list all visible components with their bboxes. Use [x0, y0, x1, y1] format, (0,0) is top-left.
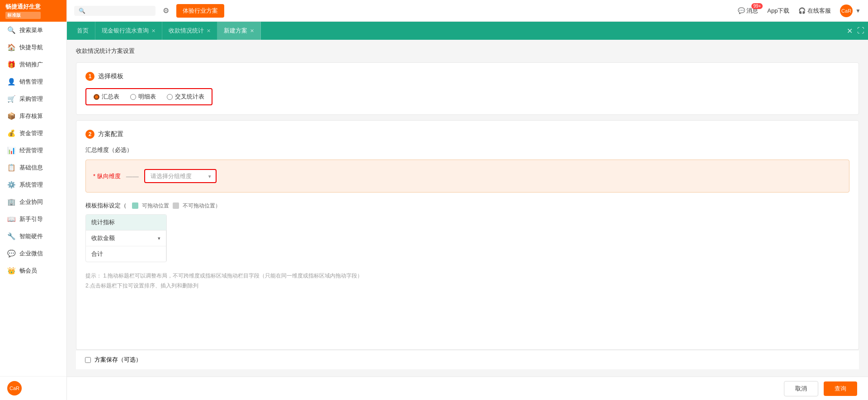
- radio-detail-label: 明细表: [138, 93, 156, 101]
- radio-summary-label: 汇总表: [102, 93, 119, 101]
- sidebar-item-finance[interactable]: 💰 资金管理: [0, 125, 66, 142]
- version-badge: 标准版: [5, 12, 41, 19]
- home-icon: 🏠: [7, 43, 16, 52]
- user-avatar-circle: CaR: [840, 5, 853, 17]
- main-area: 🔍 ⚙ 体验行业方案 💬 消息 99+ App下载 🎧 在线客服 CaR ▼ 首…: [67, 0, 868, 400]
- app-download-btn[interactable]: App下载: [767, 7, 789, 15]
- radio-detail-input[interactable]: [130, 94, 136, 100]
- maximize-icon[interactable]: ⛶: [857, 27, 864, 35]
- template-options: 汇总表 明细表 交叉统计表: [85, 88, 212, 105]
- money-icon: 💰: [7, 129, 16, 137]
- config-section: 2 方案配置 汇总维度（必选） * 纵向维度 —— 请选择分组维度: [76, 120, 859, 350]
- avatar: CaR: [7, 381, 22, 395]
- hint-area: 提示： 1.拖动标题栏可以调整布局，不可跨维度或指标区域拖动栏目字段（只能在同一…: [85, 271, 849, 291]
- close-window-icon[interactable]: ✕: [847, 27, 853, 35]
- step1-text: 选择模板: [98, 72, 123, 80]
- box-icon: 📦: [7, 112, 16, 120]
- save-checkbox[interactable]: [85, 357, 91, 363]
- sidebar-item-sales[interactable]: 👤 销售管理: [0, 73, 66, 90]
- settings-icon[interactable]: ⚙: [163, 6, 169, 15]
- stat-header-label: 统计指标: [91, 218, 115, 226]
- stat-table: 统计指标 收款金额 ▾ 合计: [85, 214, 167, 262]
- tab-home-label: 首页: [77, 27, 89, 35]
- tab-new-plan-label: 新建方案: [224, 27, 247, 35]
- sidebar-item-basic-info[interactable]: 📋 基础信息: [0, 159, 66, 176]
- stat-table-header: 统计指标: [86, 215, 166, 231]
- tab-new-plan[interactable]: 新建方案 ✕: [217, 22, 261, 40]
- sidebar-item-enterprise[interactable]: 🏢 企业协同: [0, 193, 66, 211]
- step2-label: 2 方案配置: [85, 130, 849, 139]
- stat-column-header[interactable]: 收款金额 ▾: [86, 231, 166, 246]
- radio-summary-input[interactable]: [94, 94, 99, 100]
- hardware-icon: 🔧: [7, 232, 16, 240]
- hint-2: 2.点击标题栏下拉可设置排序、插入列和删除列: [85, 281, 849, 291]
- sidebar-logo: 畅捷通好生意 标准版: [0, 0, 66, 22]
- book-icon: 📖: [7, 215, 16, 223]
- stat-header-inner: 统计指标: [91, 218, 161, 226]
- radio-cross-input[interactable]: [167, 94, 173, 100]
- step2-text: 方案配置: [98, 130, 123, 138]
- sidebar-item-marketing[interactable]: 🎁 营销推广: [0, 56, 66, 73]
- sidebar-item-quick-nav[interactable]: 🏠 快捷导航: [0, 39, 66, 56]
- sidebar-item-system[interactable]: ⚙️ 系统管理: [0, 176, 66, 193]
- chart-icon: 📊: [7, 146, 16, 155]
- clipboard-icon: 📋: [7, 164, 16, 172]
- tab-cashflow-close[interactable]: ✕: [151, 28, 156, 34]
- template-section: 1 选择模板 汇总表 明细表 交叉统计表: [76, 62, 859, 115]
- draggable-tag: [132, 202, 138, 209]
- tab-new-plan-close[interactable]: ✕: [250, 28, 254, 34]
- row-total-label: 合计: [91, 250, 103, 258]
- trial-btn[interactable]: 体验行业方案: [176, 4, 224, 18]
- sidebar-item-hardware[interactable]: 🔧 智能硬件: [0, 228, 66, 245]
- sidebar-item-operation[interactable]: 📊 经营管理: [0, 142, 66, 159]
- dimension-title: 汇总维度（必选）: [85, 146, 849, 154]
- non-draggable-tag: [173, 202, 179, 209]
- topbar: 🔍 ⚙ 体验行业方案 💬 消息 99+ App下载 🎧 在线客服 CaR ▼: [67, 0, 868, 22]
- radio-detail[interactable]: 明细表: [130, 93, 156, 101]
- tab-home[interactable]: 首页: [71, 22, 95, 40]
- dimension-select[interactable]: 请选择分组维度: [144, 169, 217, 183]
- tab-cashflow[interactable]: 现金银行流水查询 ✕: [95, 22, 162, 40]
- cancel-button[interactable]: 取消: [784, 381, 818, 396]
- hint-1: 提示： 1.拖动标题栏可以调整布局，不可跨维度或指标区域拖动栏目字段（只能在同一…: [85, 271, 849, 281]
- tab-cashflow-label: 现金银行流水查询: [102, 27, 149, 35]
- query-button[interactable]: 查询: [824, 381, 857, 396]
- search-bar[interactable]: 🔍: [74, 6, 156, 16]
- step2-circle: 2: [85, 130, 94, 139]
- radio-summary[interactable]: 汇总表: [94, 93, 119, 101]
- tab-receivable-close[interactable]: ✕: [207, 28, 211, 34]
- tab-actions: ✕ ⛶: [847, 27, 864, 35]
- gear-icon: ⚙️: [7, 181, 16, 189]
- column-name: 收款金额: [91, 234, 115, 242]
- sidebar-bottom: CaR: [0, 376, 66, 400]
- indicator-header: 模板指标设定（ 可拖动位置 不可拖动位置）: [85, 202, 849, 210]
- page-title: 收款情况统计方案设置: [76, 47, 859, 55]
- tab-receivable[interactable]: 收款情况统计 ✕: [162, 22, 217, 40]
- draggable-legend: 可拖动位置 不可拖动位置）: [132, 202, 221, 210]
- logo-text: 畅捷通好生意: [5, 3, 41, 11]
- online-service-btn[interactable]: 🎧 在线客服: [798, 7, 831, 15]
- crown-icon: 👑: [7, 267, 16, 275]
- user-avatar-topbar: CaR ▼: [840, 5, 861, 17]
- sidebar-item-search-menu[interactable]: 🔍 搜索菜单: [0, 22, 66, 39]
- sidebar-item-inventory[interactable]: 📦 库存核算: [0, 108, 66, 125]
- search-icon: 🔍: [7, 26, 16, 34]
- footer-bar: 取消 查询: [67, 376, 868, 400]
- indicator-settings: 模板指标设定（ 可拖动位置 不可拖动位置） 统计指标: [85, 202, 849, 291]
- sidebar-item-guide[interactable]: 📖 新手引导: [0, 211, 66, 228]
- step1-circle: 1: [85, 72, 94, 81]
- notification-btn[interactable]: 💬 消息 99+: [738, 7, 759, 15]
- radio-cross[interactable]: 交叉统计表: [167, 93, 204, 101]
- dimension-row: * 纵向维度 —— 请选择分组维度: [93, 169, 842, 183]
- vertical-label: * 纵向维度: [93, 172, 121, 180]
- user-icon: 👤: [7, 78, 16, 86]
- stat-columns: 收款金额 ▾ 合计: [86, 231, 166, 262]
- sidebar-item-member[interactable]: 👑 畅会员: [0, 262, 66, 279]
- notification-badge: 99+: [751, 3, 763, 9]
- dimension-arrow: ——: [126, 173, 139, 180]
- dimension-select-wrapper: 请选择分组维度: [144, 169, 217, 183]
- draggable-label: 可拖动位置: [142, 202, 169, 210]
- sidebar-item-purchase[interactable]: 🛒 采购管理: [0, 90, 66, 108]
- sidebar-item-wechat[interactable]: 💬 企业微信: [0, 245, 66, 262]
- column-dropdown-arrow[interactable]: ▾: [158, 235, 160, 241]
